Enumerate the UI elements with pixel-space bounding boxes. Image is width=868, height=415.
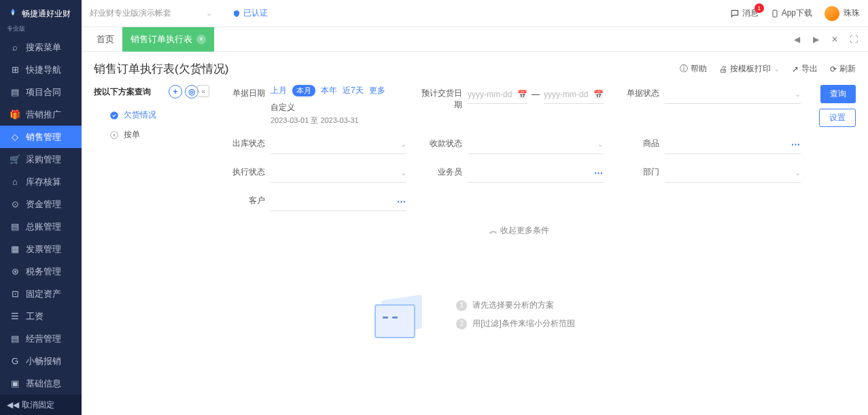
- sidebar-item-12[interactable]: ☰工资: [0, 305, 82, 327]
- step-text: 用[过滤]条件来缩小分析范围: [472, 318, 575, 329]
- sidebar-item-7[interactable]: ⊙资金管理: [0, 193, 82, 215]
- menu-icon: ☰: [10, 311, 20, 322]
- date-separator: —: [532, 90, 540, 99]
- pin-icon: ◀◀: [7, 400, 19, 410]
- customer-select[interactable]: ⋯: [271, 192, 406, 211]
- sidebar-item-0[interactable]: ⌕搜索菜单: [0, 36, 82, 58]
- chevron-down-icon: ⌄: [774, 65, 780, 73]
- step-number: 1: [456, 300, 467, 311]
- sidebar-item-label: 经营管理: [26, 333, 61, 345]
- date-this-year[interactable]: 本年: [321, 85, 337, 96]
- tab-home[interactable]: 首页: [88, 27, 122, 52]
- date-this-month[interactable]: 本月: [292, 85, 315, 96]
- scheme-item-1[interactable]: 按单: [94, 125, 198, 145]
- tabs-bar: 首页 销售订单执行表 × ◀ ▶ ✕ ⛶: [82, 27, 868, 52]
- check-circle-icon: [109, 110, 120, 121]
- product-select[interactable]: ⋯: [665, 135, 801, 154]
- refresh-button[interactable]: ⟳ 刷新: [830, 63, 856, 75]
- filter-form: 单据日期 上月 本月 本年 近7天 更多 自定义 2023-03-01 至 20…: [203, 85, 815, 236]
- tab-close-all[interactable]: ✕: [827, 32, 842, 47]
- sidebar-item-13[interactable]: ▤经营管理: [0, 327, 82, 350]
- scheme-item-0[interactable]: 欠货情况: [94, 105, 198, 125]
- page-content: 销售订单执行表(欠货情况) ⓘ 帮助 🖨 按模板打印 ⌄ ↗ 导出 ⟳ 刷新: [82, 52, 868, 415]
- export-icon: ↗: [792, 65, 799, 74]
- add-scheme-button[interactable]: +: [169, 85, 182, 98]
- app-download-label: App下载: [782, 7, 812, 19]
- pay-status-select[interactable]: ⌄: [468, 135, 604, 154]
- expected-date-to[interactable]: yyyy-mm-dd 📅: [544, 85, 604, 104]
- sidebar: 畅捷通好业财 专业版 ⌕搜索菜单⊞快捷导航▤项目合同🎁营销推广◇销售管理🛒采购管…: [0, 0, 82, 415]
- settings-button[interactable]: 设置: [819, 109, 856, 127]
- dept-select[interactable]: ⌄: [665, 164, 801, 183]
- tab-sales-exec[interactable]: 销售订单执行表 ×: [122, 27, 214, 52]
- scheme-collapse[interactable]: «: [197, 85, 209, 97]
- exec-status-label: 执行状态: [223, 164, 271, 178]
- salesman-select[interactable]: ⋯: [468, 164, 604, 183]
- sidebar-item-label: 搜索菜单: [26, 41, 61, 54]
- date-last-month[interactable]: 上月: [271, 85, 287, 96]
- menu-icon: 🛒: [10, 154, 20, 165]
- sidebar-item-15[interactable]: ▣基础信息: [0, 372, 82, 395]
- help-button[interactable]: ⓘ 帮助: [680, 63, 707, 75]
- chevron-down-icon: ⌄: [206, 9, 212, 18]
- date-placeholder: yyyy-mm-dd: [468, 90, 512, 99]
- sidebar-item-6[interactable]: ⌂库存核算: [0, 170, 82, 193]
- collapse-filters[interactable]: ︽ 收起更多条件: [489, 225, 549, 236]
- fullscreen-icon[interactable]: ⛶: [846, 32, 861, 47]
- account-selector[interactable]: 好业财专业版演示帐套 ⌄: [90, 7, 212, 19]
- sidebar-item-2[interactable]: ▤项目合同: [0, 81, 82, 103]
- sidebar-item-label: 基础信息: [26, 378, 61, 390]
- sidebar-item-9[interactable]: ▦发票管理: [0, 238, 82, 260]
- query-button[interactable]: 查询: [820, 85, 856, 103]
- close-icon[interactable]: ×: [196, 35, 206, 44]
- sidebar-item-label: 采购管理: [26, 154, 61, 166]
- sidebar-item-label: 快捷导航: [26, 64, 61, 76]
- sidebar-item-3[interactable]: 🎁营销推广: [0, 103, 82, 126]
- sidebar-item-4[interactable]: ◇销售管理: [0, 126, 82, 148]
- empty-state: 1请先选择要分析的方案 2用[过滤]条件来缩小分析范围: [94, 291, 856, 345]
- user-menu[interactable]: 珠珠: [824, 6, 860, 21]
- scheme-item-label: 按单: [124, 129, 140, 141]
- date-custom[interactable]: 自定义: [271, 102, 295, 113]
- out-status-select[interactable]: ⌄: [271, 135, 406, 154]
- sidebar-item-10[interactable]: ⊛税务管理: [0, 260, 82, 283]
- pin-toggle[interactable]: ◀◀ 取消固定: [0, 395, 82, 415]
- step-text: 请先选择要分析的方案: [472, 300, 554, 311]
- svg-point-3: [113, 134, 116, 137]
- sidebar-item-14[interactable]: G小畅报销: [0, 350, 82, 372]
- sidebar-item-label: 固定资产: [26, 288, 61, 300]
- expected-date-from[interactable]: yyyy-mm-dd 📅: [468, 85, 527, 104]
- date-range-display: 2023-03-01 至 2023-03-31: [271, 115, 406, 126]
- tab-next[interactable]: ▶: [808, 32, 823, 47]
- menu-icon: ⌂: [10, 177, 20, 187]
- sidebar-item-1[interactable]: ⊞快捷导航: [0, 58, 82, 81]
- sidebar-item-11[interactable]: ⊡固定资产: [0, 283, 82, 305]
- app-download-button[interactable]: App下载: [771, 7, 812, 19]
- avatar: [824, 6, 839, 21]
- target-icon: [109, 130, 120, 141]
- messages-button[interactable]: 消息 1: [730, 7, 759, 19]
- sidebar-item-8[interactable]: ▤总账管理: [0, 215, 82, 238]
- menu-icon: ⌕: [10, 42, 20, 53]
- menu-icon: ▣: [10, 378, 20, 389]
- chevron-down-icon: ⌄: [597, 140, 604, 149]
- help-label: 帮助: [691, 63, 707, 75]
- date-recent7[interactable]: 近7天: [343, 85, 364, 96]
- step-number: 2: [456, 319, 467, 329]
- tab-prev[interactable]: ◀: [789, 32, 804, 47]
- doc-status-select[interactable]: ⌄: [665, 85, 801, 104]
- chevron-down-icon: ⌄: [400, 140, 406, 149]
- sidebar-item-5[interactable]: 🛒采购管理: [0, 148, 82, 170]
- date-more[interactable]: 更多: [369, 85, 385, 96]
- exec-status-select[interactable]: ⌄: [271, 164, 406, 183]
- refresh-icon: ⟳: [830, 65, 837, 74]
- customer-label: 客户: [223, 192, 271, 206]
- brand-name: 畅捷通好业财: [22, 8, 71, 20]
- print-button[interactable]: 🖨 按模板打印 ⌄: [719, 63, 780, 75]
- expected-date-label: 预计交货日期: [420, 85, 468, 111]
- export-label: 导出: [801, 63, 818, 75]
- scheme-settings-button[interactable]: ◎: [185, 85, 198, 98]
- chevron-up-icon: ︽: [489, 225, 498, 236]
- export-button[interactable]: ↗ 导出: [792, 63, 818, 75]
- sidebar-item-label: 工资: [26, 310, 44, 323]
